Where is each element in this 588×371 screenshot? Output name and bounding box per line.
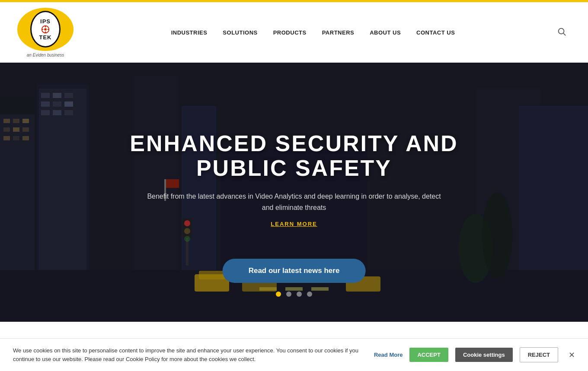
dot-2[interactable]: [286, 292, 291, 297]
cookie-read-more-link[interactable]: Read More: [374, 352, 403, 358]
nav-contact-us[interactable]: CONTACT US: [409, 29, 463, 36]
hero-dots: [276, 292, 312, 297]
svg-line-7: [563, 33, 566, 35]
nav-products[interactable]: PRODUCTS: [265, 29, 314, 36]
logo-oval: IPS TEK: [17, 8, 74, 51]
hero-section: ENHANCED SECURITY AND PUBLIC SAFETY Bene…: [0, 63, 588, 322]
main-nav: INDUSTRIES SOLUTIONS PRODUCTS PARTNERS A…: [163, 29, 463, 36]
logo-subtitle: an Eviden business: [27, 53, 64, 57]
svg-point-1: [44, 28, 47, 31]
svg-point-6: [559, 28, 564, 34]
nav-industries[interactable]: INDUSTRIES: [163, 29, 215, 36]
dot-3[interactable]: [297, 292, 302, 297]
cookie-close-button[interactable]: ✕: [569, 350, 575, 360]
close-icon: ✕: [569, 351, 575, 359]
logo-target-icon: [41, 25, 50, 34]
hero-title: ENHANCED SECURITY AND PUBLIC SAFETY: [130, 131, 458, 181]
search-button[interactable]: [553, 27, 571, 38]
cookie-reject-button[interactable]: REJECT: [520, 347, 558, 362]
search-icon: [557, 29, 566, 38]
learn-more-link[interactable]: LEARN MORE: [271, 221, 317, 227]
header: IPS TEK an Eviden business INDUSTRIES SO…: [0, 2, 588, 63]
logo-ips-text: IPS: [40, 18, 51, 25]
hero-subtitle: Benefit from the latest advances in Vide…: [147, 191, 441, 213]
hero-content: ENHANCED SECURITY AND PUBLIC SAFETY Bene…: [0, 63, 588, 322]
nav-partners[interactable]: PARTNERS: [314, 29, 362, 36]
cookie-accept-button[interactable]: ACCEPT: [409, 348, 448, 362]
logo-tek-text: TEK: [39, 34, 52, 41]
news-button[interactable]: Read our latest news here: [223, 259, 366, 283]
dot-1[interactable]: [276, 292, 281, 297]
cookie-message: We use cookies on this site to personali…: [13, 346, 367, 363]
cookie-settings-button[interactable]: Cookie settings: [455, 348, 513, 362]
cookie-banner: We use cookies on this site to personali…: [0, 338, 588, 371]
dot-4[interactable]: [307, 292, 312, 297]
logo[interactable]: IPS TEK an Eviden business: [17, 8, 74, 57]
nav-about-us[interactable]: ABOUT US: [362, 29, 409, 36]
logo-inner-circle: IPS TEK: [30, 11, 61, 48]
nav-solutions[interactable]: SOLUTIONS: [215, 29, 265, 36]
